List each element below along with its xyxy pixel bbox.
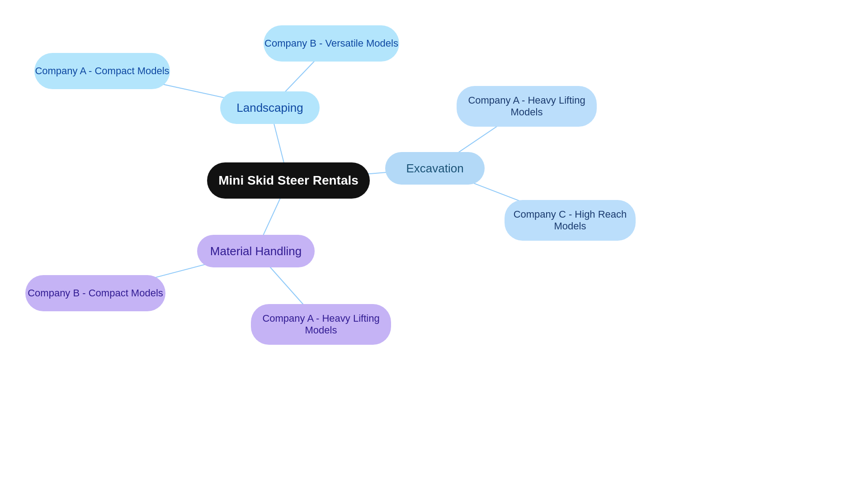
excavation-node[interactable]: Excavation: [385, 152, 485, 185]
company-c-high-reach-node[interactable]: Company C - High Reach Models: [505, 200, 636, 241]
company-a-heavy-material-node[interactable]: Company A - Heavy Lifting Models: [251, 304, 391, 345]
company-a-heavy-excavation-node[interactable]: Company A - Heavy Lifting Models: [457, 86, 597, 127]
company-b-versatile-node[interactable]: Company B - Versatile Models: [264, 25, 399, 62]
landscaping-node[interactable]: Landscaping: [220, 91, 320, 124]
center-node[interactable]: Mini Skid Steer Rentals: [207, 162, 370, 199]
company-b-compact-node[interactable]: Company B - Compact Models: [25, 275, 165, 311]
material-handling-node[interactable]: Material Handling: [197, 235, 315, 267]
company-a-compact-node[interactable]: Company A - Compact Models: [34, 53, 170, 89]
